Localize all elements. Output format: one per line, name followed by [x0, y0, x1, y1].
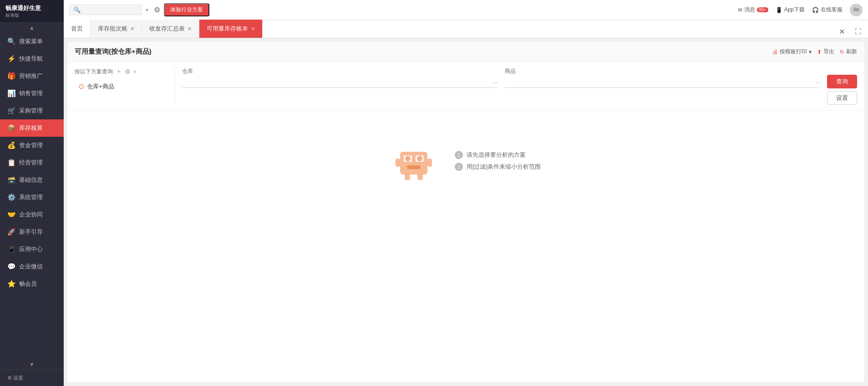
marketing-icon: 🎁: [7, 72, 15, 80]
sidebar-item-inventory[interactable]: 📦库存核算: [0, 119, 64, 137]
tab-home[interactable]: 首页: [64, 20, 91, 38]
finance-icon: 💰: [7, 141, 15, 149]
topbar-right-actions: ✉ 消息 99+ 📱 App下载 🎧 在线客服 Rit: [738, 4, 863, 16]
page-header-actions: 🖨 按模板打印 ▾ ⬆ 导出 ↻ 刷新: [772, 48, 857, 56]
sidebar-item-finance[interactable]: 💰资金管理: [0, 137, 64, 154]
tab-label-available-ledger: 可用量库存账本: [207, 25, 248, 33]
sidebar-item-enterprise[interactable]: 🤝企业协同: [0, 206, 64, 223]
export-button[interactable]: ⬆ 导出: [817, 48, 834, 56]
page-header: 可用量查询(按仓库+商品) 🖨 按模板打印 ▾ ⬆ 导出 ↻ 刷新: [67, 42, 864, 62]
logo-name: 畅康通好生意: [5, 5, 58, 12]
message-icon: ✉: [738, 7, 742, 13]
tab-label-batch-account: 库存批次账: [98, 25, 127, 33]
sidebar-item-label: 快捷导航: [19, 55, 43, 63]
tab-close-all-button[interactable]: ✕: [835, 25, 848, 38]
add-scheme-icon[interactable]: ＋: [116, 67, 122, 76]
tab-available-ledger[interactable]: 可用量库存账本✕: [199, 20, 263, 38]
goods-input[interactable]: [505, 79, 813, 86]
app-download-button[interactable]: 📱 App下载: [776, 6, 805, 14]
sidebar-item-label: 库存核算: [19, 124, 43, 132]
app-download-label: App下载: [784, 6, 805, 14]
template-print-chevron-icon: ▾: [809, 49, 812, 55]
search-input[interactable]: [82, 7, 132, 13]
goods-input-container: ···: [505, 77, 820, 88]
sidebar-item-member[interactable]: ⭐畅会员: [0, 275, 64, 293]
logo-sub: 标准版: [5, 12, 58, 19]
dropdown-chevron-icon[interactable]: ▾: [146, 7, 148, 13]
tab-label-home: 首页: [71, 25, 83, 33]
sidebar-logo: 畅康通好生意 标准版: [0, 0, 64, 23]
sidebar-bottom[interactable]: ⚙ 设置: [0, 370, 64, 386]
sidebar-item-wechat[interactable]: 💬企业微信: [0, 258, 64, 275]
sidebar-item-sales[interactable]: 📊销售管理: [0, 85, 64, 102]
sidebar-item-label: 销售管理: [19, 89, 43, 98]
tab-expand-button[interactable]: ⛶: [852, 25, 864, 38]
customer-service-button[interactable]: 🎧 在线客服: [812, 6, 843, 14]
shortcut-icon: ⚡: [7, 55, 15, 63]
sidebar-item-purchase[interactable]: 🛒采购管理: [0, 102, 64, 119]
query-button[interactable]: 查询: [827, 75, 857, 88]
tab-close-batch-account[interactable]: ✕: [130, 26, 134, 32]
message-button[interactable]: ✉ 消息 99+: [738, 6, 768, 14]
sidebar-item-marketing[interactable]: 🎁营销推广: [0, 67, 64, 85]
sidebar-item-guide[interactable]: 🚀新手引导: [0, 223, 64, 241]
sidebar-item-appstore[interactable]: 📱应用中心: [0, 241, 64, 258]
sales-icon: 📊: [7, 89, 15, 98]
member-icon: ⭐: [7, 280, 15, 288]
template-print-label: 按模板打印: [780, 48, 807, 56]
tab-close-available-ledger[interactable]: ✕: [251, 26, 255, 32]
tab-batch-account[interactable]: 库存批次账✕: [91, 20, 142, 38]
hint-text-2: 用[过滤]条件来缩小分析范围: [467, 163, 541, 171]
filter-area: 按以下方案查询 ＋ ⚙ « ⊙仓库+商品 仓库 ··· 商品: [67, 62, 864, 111]
empty-state: 1 请先选择要分析的方案 2 用[过滤]条件来缩小分析范围: [67, 111, 864, 211]
message-badge: 99+: [757, 7, 768, 12]
tab-collect-summary[interactable]: 收发存汇总表✕: [142, 20, 199, 38]
sidebar-item-label: 企业微信: [19, 262, 43, 271]
experience-button[interactable]: 体验行业方案: [164, 3, 209, 16]
edit-scheme-icon[interactable]: ⚙: [125, 68, 131, 75]
settings-button[interactable]: 设置: [827, 91, 857, 105]
svg-rect-0: [400, 152, 427, 175]
goods-filter-field: 商品 ···: [505, 67, 820, 88]
message-label: 消息: [744, 6, 755, 14]
warehouse-more-icon[interactable]: ···: [492, 79, 497, 86]
tab-close-collect-summary[interactable]: ✕: [188, 26, 192, 32]
refresh-label: 刷新: [846, 48, 857, 56]
sidebar: 畅康通好生意 标准版 ▲ 🔍搜索菜单⚡快捷导航🎁营销推广📊销售管理🛒采购管理📦库…: [0, 0, 64, 386]
warehouse-input[interactable]: [182, 79, 491, 86]
filter-scheme-label: 按以下方案查询: [75, 68, 113, 76]
avatar[interactable]: Rit: [850, 4, 863, 16]
collapse-icon[interactable]: «: [133, 68, 137, 75]
sidebar-item-operation[interactable]: 📋经营管理: [0, 154, 64, 171]
sidebar-item-label: 资金管理: [19, 141, 43, 149]
goods-more-icon[interactable]: ···: [815, 79, 820, 86]
warehouse-filter-field: 仓库 ···: [182, 67, 497, 88]
purchase-icon: 🛒: [7, 107, 15, 115]
sidebar-item-search[interactable]: 🔍搜索菜单: [0, 33, 64, 50]
sidebar-scroll-up[interactable]: ▲: [0, 23, 64, 33]
sidebar-item-label: 系统管理: [19, 193, 43, 201]
customer-service-label: 在线客服: [821, 6, 843, 14]
scheme-item-warehouse-goods[interactable]: ⊙仓库+商品: [75, 79, 169, 93]
template-print-button[interactable]: 🖨 按模板打印 ▾: [772, 48, 812, 56]
filter-scheme-header: 按以下方案查询 ＋ ⚙ «: [75, 67, 169, 76]
sidebar-item-system[interactable]: ⚙️系统管理: [0, 189, 64, 206]
warehouse-label: 仓库: [182, 67, 497, 75]
hint-num-1: 1: [455, 151, 463, 159]
svg-point-8: [405, 156, 411, 161]
settings-gear-icon[interactable]: ⚙: [154, 5, 160, 14]
topbar-search-box[interactable]: 🔍: [69, 5, 142, 15]
refresh-button[interactable]: ↻ 刷新: [840, 48, 857, 56]
sidebar-item-basic[interactable]: 🗃️基础信息: [0, 171, 64, 189]
app-icon: 📱: [776, 7, 782, 13]
guide-icon: 🚀: [7, 228, 15, 236]
tabs-bar: 首页库存批次账✕收发存汇总表✕可用量库存账本✕ ✕ ⛶: [64, 20, 868, 38]
svg-rect-7: [417, 174, 423, 180]
sidebar-scroll-down[interactable]: ▼: [0, 360, 64, 370]
main-area: 🔍 ▾ ⚙ 体验行业方案 ✉ 消息 99+ 📱 App下载 🎧 在线客服 Rit: [64, 0, 868, 386]
sidebar-item-shortcut[interactable]: ⚡快捷导航: [0, 50, 64, 67]
sidebar-menu: 🔍搜索菜单⚡快捷导航🎁营销推广📊销售管理🛒采购管理📦库存核算💰资金管理📋经营管理…: [0, 33, 64, 360]
export-icon: ⬆: [817, 49, 822, 55]
system-icon: ⚙️: [7, 193, 15, 201]
enterprise-icon: 🤝: [7, 211, 15, 219]
